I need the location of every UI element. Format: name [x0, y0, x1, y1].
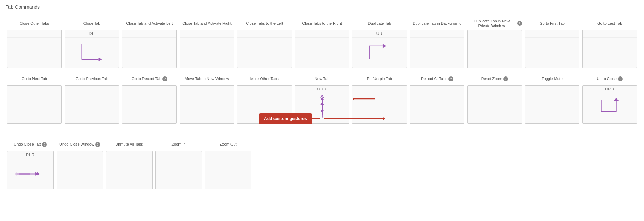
- cmd-label-close-tab: Close Tab: [83, 19, 101, 28]
- cmd-label-undo-close-tab: Undo Close Tab ?: [14, 140, 47, 149]
- svg-point-7: [615, 99, 617, 101]
- cmd-label-go-to-previous-tab: Go to Previous Tab: [75, 74, 108, 84]
- svg-marker-1: [383, 44, 386, 48]
- right-arrow-svg: [322, 115, 385, 122]
- cmd-close-tab-activate-left: Close Tab and Activate Left: [122, 19, 177, 68]
- cmd-toggle-mute: Toggle Mute: [525, 74, 580, 124]
- help-icon-reset-zoom[interactable]: ?: [503, 76, 508, 81]
- cmd-reset-zoom: Reset Zoom ?: [467, 74, 522, 124]
- cmd-duplicate-tab-private: Duplicate Tab in New Private Window ?: [467, 19, 522, 68]
- cmd-label-close-tab-activate-right: Close Tab and Activate Right: [182, 19, 231, 28]
- cmd-label-undo-close-window: Undo Close Window ?: [59, 140, 100, 149]
- cmd-label-unmute-all-tabs: Unmute All Tabs: [115, 140, 143, 149]
- cmd-label-close-tab-activate-left: Close Tab and Activate Left: [126, 19, 173, 28]
- cmd-label-toggle-mute: Toggle Mute: [542, 74, 563, 84]
- help-icon-reload-all-tabs[interactable]: ?: [448, 76, 453, 81]
- cmd-undo-close: Undo Close ? DRU: [582, 74, 637, 124]
- cmd-unmute-all-tabs: Unmute All Tabs: [106, 140, 153, 189]
- help-icon-undo-close[interactable]: ?: [618, 76, 623, 81]
- cmd-label-reset-zoom: Reset Zoom ?: [481, 74, 508, 84]
- commands-row-1: Close Other Tabs Close Tab DR Close Tab …: [7, 19, 637, 68]
- cmd-close-tabs-right: Close Tabs to the Right: [295, 19, 350, 68]
- svg-marker-0: [98, 58, 102, 61]
- commands-row-3: Undo Close Tab ? RLR: [7, 140, 251, 189]
- cmd-label-go-to-first-tab: Go to First Tab: [540, 19, 565, 28]
- help-icon-duplicate-tab-private[interactable]: ?: [517, 21, 522, 26]
- help-icon-undo-close-tab[interactable]: ?: [42, 142, 47, 147]
- cmd-label-duplicate-tab: Duplicate Tab: [368, 19, 391, 28]
- help-icon-undo-close-window[interactable]: ?: [95, 142, 100, 147]
- svg-marker-11: [383, 117, 385, 120]
- cmd-duplicate-tab-bg: Duplicate Tab in Background: [410, 19, 464, 68]
- cmd-label-duplicate-tab-bg: Duplicate Tab in Background: [413, 19, 462, 28]
- cmd-undo-close-tab: Undo Close Tab ? RLR: [7, 140, 54, 189]
- cmd-go-to-previous-tab: Go to Previous Tab: [65, 74, 119, 124]
- cmd-label-zoom-in: Zoom In: [171, 140, 185, 149]
- svg-marker-13: [37, 172, 41, 176]
- cmd-go-to-next-tab: Go to Next Tab: [7, 74, 62, 124]
- cmd-go-to-first-tab: Go to First Tab: [525, 19, 580, 68]
- cmd-label-close-tabs-right: Close Tabs to the Right: [302, 19, 342, 28]
- cmd-label-go-to-last-tab: Go to Last Tab: [597, 19, 622, 28]
- cmd-label-pin-unpin-tab: Pin/Un-pin Tab: [367, 74, 392, 84]
- cmd-close-other-tabs: Close Other Tabs: [7, 19, 62, 68]
- cmd-label-reload-all-tabs: Reload All Tabs ?: [421, 74, 453, 84]
- cmd-label-duplicate-tab-private: Duplicate Tab in New Private Window ?: [467, 19, 522, 29]
- cmd-close-tab-activate-right: Close Tab and Activate Right: [180, 19, 234, 68]
- cmd-close-tab: Close Tab DR: [65, 19, 119, 68]
- add-custom-gestures-tooltip: Add custom gestures: [259, 113, 312, 124]
- page-title: Tab Commands: [0, 0, 644, 13]
- cmd-close-tabs-left: Close Tabs to the Left: [237, 19, 292, 68]
- cmd-label-go-to-recent-tab: Go to Recent Tab ?: [132, 74, 167, 84]
- cmd-label-close-tabs-left: Close Tabs to the Left: [246, 19, 283, 28]
- cmd-label-move-tab-new-window: Move Tab to New Window: [185, 74, 229, 84]
- cmd-undo-close-window: Undo Close Window ?: [57, 140, 103, 189]
- cmd-move-tab-new-window: Move Tab to New Window: [180, 74, 234, 124]
- cmd-label-zoom-out: Zoom Out: [220, 140, 237, 149]
- cmd-go-to-recent-tab: Go to Recent Tab ?: [122, 74, 177, 124]
- cmd-go-to-last-tab: Go to Last Tab: [582, 19, 637, 68]
- cmd-duplicate-tab: Duplicate Tab UR: [352, 19, 407, 68]
- cmd-label-mute-other-tabs: Mute Other Tabs: [250, 74, 279, 84]
- cmd-zoom-out: Zoom Out: [205, 140, 251, 189]
- right-arrow-container: [322, 115, 385, 122]
- cmd-label-new-tab: New Tab: [315, 74, 330, 84]
- cmd-zoom-in: Zoom In: [155, 140, 202, 189]
- cmd-label-undo-close: Undo Close ?: [597, 74, 622, 84]
- tab-commands-section: Close Other Tabs Close Tab DR Close Tab …: [0, 13, 644, 200]
- cmd-label-go-to-next-tab: Go to Next Tab: [22, 74, 47, 84]
- help-icon-go-to-recent-tab[interactable]: ?: [162, 76, 167, 81]
- cmd-reload-all-tabs: Reload All Tabs ?: [410, 74, 464, 124]
- cmd-label-close-other-tabs: Close Other Tabs: [20, 19, 49, 28]
